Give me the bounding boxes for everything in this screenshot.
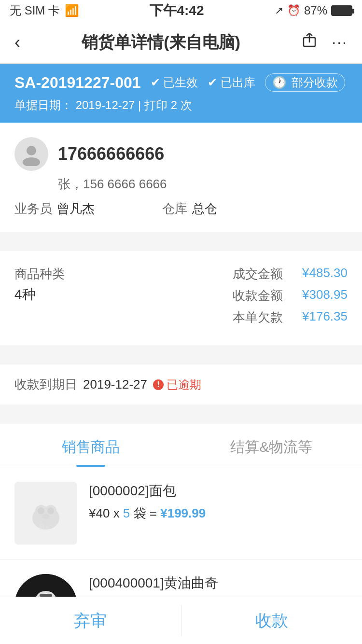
warehouse-label: 仓库	[162, 200, 187, 217]
owed-value: ¥176.35	[302, 309, 348, 326]
summary-left: 商品种类 4种	[14, 266, 65, 304]
sales-person: 业务员 曾凡杰	[14, 200, 95, 217]
warehouse-value: 总仓	[192, 200, 217, 217]
badge-activated: ✔ 已生效	[151, 75, 198, 90]
battery-icon	[331, 5, 352, 16]
order-id: SA-20191227-001	[14, 74, 141, 92]
date-label: 单据日期：	[14, 98, 72, 112]
back-button[interactable]: ‹	[14, 32, 20, 53]
qty-unit-1: 袋	[134, 506, 146, 520]
overdue-badge: ! 已逾期	[153, 377, 201, 392]
operator-1: x	[113, 506, 123, 520]
svg-point-2	[27, 146, 36, 155]
svg-point-3	[23, 157, 40, 166]
price-unit-1: ¥40	[89, 506, 110, 520]
nav-actions: ···	[302, 33, 348, 52]
print-count: 2	[171, 98, 177, 112]
clock-icon: 🕐	[272, 76, 287, 89]
received-value: ¥308.95	[302, 287, 348, 304]
sales-person-value: 曾凡杰	[57, 200, 95, 217]
qty-1: 5	[123, 506, 130, 520]
badge-dispatched: ✔ 已出库	[208, 75, 255, 90]
page-title: 销货单详情(来自电脑)	[82, 31, 240, 54]
badge-partial-payment: 🕐 部分收款	[265, 73, 345, 92]
product-name-2: [000400001]黄油曲奇	[89, 574, 348, 592]
product-type-label: 商品种类	[14, 266, 65, 282]
product-price-1: ¥40 x 5 袋 = ¥199.99	[89, 505, 348, 522]
print-suffix: 次	[181, 98, 192, 112]
due-date-value: 2019-12-27	[83, 377, 147, 392]
customer-meta: 业务员 曾凡杰 仓库 总仓	[14, 200, 348, 217]
more-icon[interactable]: ···	[332, 33, 348, 51]
nav-bar: ‹ 销货单详情(来自电脑) ···	[0, 21, 362, 64]
overdue-label: 已逾期	[167, 377, 201, 392]
status-right: ↗ ⏰ 87%	[275, 4, 352, 17]
tabs-section: 销售商品 结算&物流等	[0, 424, 362, 467]
print-label: | 打印	[138, 98, 167, 112]
date-value: 2019-12-27	[76, 98, 135, 112]
amount-value: ¥485.30	[302, 266, 348, 282]
bottom-bar: 弃审 收款	[0, 597, 362, 644]
due-date-section: 收款到期日 2019-12-27 ! 已逾期	[0, 364, 362, 405]
total-1: ¥199.99	[160, 506, 206, 520]
customer-contact: 张，156 6666 6666	[14, 176, 348, 193]
tab-sales-products[interactable]: 销售商品	[0, 424, 181, 467]
confirm-button[interactable]: 收款	[181, 597, 362, 644]
summary-right: 成交金额 ¥485.30 收款金额 ¥308.95 本单欠款 ¥176.35	[233, 266, 348, 331]
tabs-row: 销售商品 结算&物流等	[0, 424, 362, 467]
customer-phone: 17666666666	[58, 144, 164, 164]
svg-point-8	[47, 507, 54, 514]
warehouse: 仓库 总仓	[162, 200, 217, 217]
amount-label: 成交金额	[233, 266, 283, 282]
summary-section: 商品种类 4种 成交金额 ¥485.30 收款金额 ¥308.95 本单欠款 ¥…	[0, 251, 362, 345]
owed-row: 本单欠款 ¥176.35	[233, 309, 348, 326]
overdue-icon: !	[153, 379, 164, 390]
product-info-1: [0000002]面包 ¥40 x 5 袋 = ¥199.99	[89, 482, 348, 522]
product-thumbnail-1: 兽+	[14, 482, 77, 545]
due-date-label: 收款到期日	[14, 376, 77, 393]
location-icon: ↗	[275, 4, 283, 17]
tab-settlement[interactable]: 结算&物流等	[181, 424, 362, 467]
separator-2	[0, 345, 362, 355]
product-type-value: 4种	[14, 285, 65, 304]
equals-1: =	[150, 506, 160, 520]
svg-point-9	[42, 514, 50, 519]
list-item: 兽+ [0000002]面包 ¥40 x 5 袋 = ¥199.99	[0, 467, 362, 560]
header-band: SA-20191227-001 ✔ 已生效 ✔ 已出库 🕐 部分收款 单据日期：…	[0, 64, 362, 123]
svg-text:兽+: 兽+	[39, 523, 49, 531]
status-time: 下午4:42	[150, 1, 204, 20]
customer-section: 17666666666 张，156 6666 6666 业务员 曾凡杰 仓库 总…	[0, 123, 362, 232]
sales-person-label: 业务员	[14, 200, 52, 217]
product-name-1: [0000002]面包	[89, 482, 348, 500]
header-bottom-row: 单据日期： 2019-12-27 | 打印 2 次	[14, 98, 348, 113]
carrier-text: 无 SIM 卡	[10, 3, 60, 18]
alarm-icon: ⏰	[287, 4, 300, 17]
cancel-button[interactable]: 弃审	[0, 597, 181, 644]
wifi-icon: 📶	[65, 4, 79, 17]
status-bar: 无 SIM 卡 📶 下午4:42 ↗ ⏰ 87%	[0, 0, 362, 21]
avatar	[14, 137, 48, 171]
separator-1	[0, 232, 362, 241]
received-row: 收款金额 ¥308.95	[233, 287, 348, 304]
customer-top: 17666666666	[14, 137, 348, 171]
owed-label: 本单欠款	[233, 309, 283, 326]
battery-percent: 87%	[304, 4, 327, 17]
header-top-row: SA-20191227-001 ✔ 已生效 ✔ 已出库 🕐 部分收款	[14, 73, 348, 92]
separator-3	[0, 405, 362, 414]
received-label: 收款金额	[233, 287, 283, 304]
status-left: 无 SIM 卡 📶	[10, 3, 79, 18]
amount-row: 成交金额 ¥485.30	[233, 266, 348, 282]
share-icon[interactable]	[302, 33, 317, 52]
svg-point-7	[38, 507, 44, 514]
